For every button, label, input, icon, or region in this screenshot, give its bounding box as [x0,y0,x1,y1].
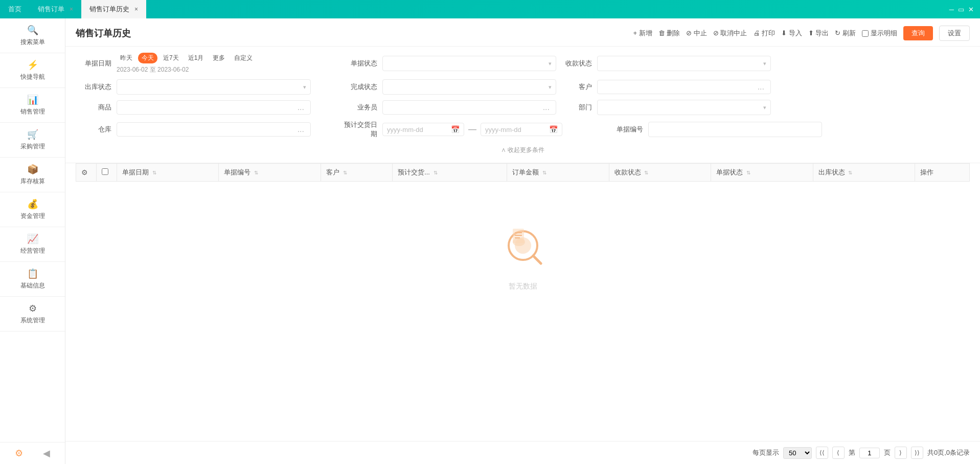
select-all-checkbox[interactable] [102,168,108,175]
th-bill-status-sort[interactable]: ⇅ [746,170,750,175]
page-first-button[interactable]: ⟨⟨ [816,447,828,459]
tab-sales-order[interactable]: 销售订单× [30,0,81,18]
warehouse-dots-button[interactable]: ... [295,125,306,134]
import-button[interactable]: ⬇ 导入 [781,29,802,38]
th-date-sort[interactable]: ⇅ [152,170,156,175]
sidebar-item-search-menu[interactable]: 🔍 搜索菜单 [0,18,65,53]
product-dots-button[interactable]: ... [295,103,306,112]
sidebar-item-finance[interactable]: 💰 资金管理 [0,192,65,227]
refresh-button[interactable]: ↻ 刷新 [835,29,856,38]
empty-state: 暂无数据 [76,182,970,332]
th-action: 操作 [915,164,969,182]
sidebar-item-sales-mgmt[interactable]: 📊 销售管理 [0,88,65,123]
sidebar-item-operation[interactable]: 📈 经营管理 [0,227,65,262]
customer-dots-button[interactable]: ... [756,82,766,92]
table-area: ⚙ 单据日期 ⇅ 单据编号 ⇅ [65,163,980,441]
out-status-select[interactable]: ▾ [117,79,311,95]
sidebar-item-inventory[interactable]: 📦 库存核算 [0,158,65,192]
th-amount[interactable]: 订单金额 ⇅ [507,164,609,182]
restore-button[interactable]: ▭ [958,6,964,13]
tab-close-sales-order-history[interactable]: × [134,6,138,13]
th-amount-sort[interactable]: ⇅ [542,170,546,175]
date-more[interactable]: 更多 [209,53,229,63]
receipt-status-label: 收款状态 [556,59,597,68]
sidebar-label-search-menu: 搜索菜单 [20,38,45,47]
show-detail-checkbox-label[interactable]: 显示明细 [862,29,897,38]
tab-close-sales-order[interactable]: × [70,6,73,13]
receipt-status-dropdown-icon: ▾ [763,60,766,67]
expected-date-from[interactable]: yyyy-mm-dd [387,126,451,134]
filter-cell-complete-status: 完成状态 ▾ [341,79,556,95]
th-settings[interactable]: ⚙ [76,164,97,182]
th-customer[interactable]: 客户 ⇅ [321,164,392,182]
th-receipt-status[interactable]: 收款状态 ⇅ [609,164,711,182]
sidebar-item-quick-nav[interactable]: ⚡ 快捷导航 [0,53,65,88]
sidebar-icon-purchase-mgmt: 🛒 [27,129,38,140]
sidebar-settings-icon[interactable]: ⚙ [15,448,23,459]
settings-button[interactable]: 设置 [939,26,970,41]
filter-cell-receipt-status: 收款状态 ▾ [556,56,771,71]
page-size-select[interactable]: 50 10 20 100 [783,447,812,459]
minimize-button[interactable]: ─ [949,6,954,13]
receipt-status-select[interactable]: ▾ [597,56,771,71]
page-last-button[interactable]: ⟩⟩ [911,447,923,459]
calendar-to-icon[interactable]: 📅 [549,125,558,134]
th-checkbox[interactable] [97,164,117,182]
th-expected-date-sort[interactable]: ⇅ [434,170,438,175]
th-bill-no[interactable]: 单据编号 ⇅ [219,164,321,182]
date-1month[interactable]: 近1月 [185,53,208,63]
calendar-from-icon[interactable]: 📅 [451,125,460,134]
tab-sales-order-history[interactable]: 销售订单历史× [81,0,146,18]
th-bill-no-sort[interactable]: ⇅ [254,170,258,175]
print-button[interactable]: 🖨 打印 [754,29,776,38]
sidebar-icon-quick-nav: ⚡ [27,59,38,71]
sidebar-item-basic-info[interactable]: 📋 基础信息 [0,262,65,297]
tab-home[interactable]: 首页 [0,0,30,18]
sidebar-icon-operation: 📈 [27,233,38,245]
new-button[interactable]: + 新增 [633,29,652,38]
filter-cell-bill-no: 单据编号 [607,122,822,137]
th-date[interactable]: 单据日期 ⇅ [117,164,219,182]
th-expected-date-label: 预计交货... [398,168,430,176]
th-expected-date[interactable]: 预计交货... ⇅ [393,164,507,182]
salesperson-label: 业务员 [341,103,382,112]
sidebar-label-system: 系统管理 [20,316,45,325]
complete-status-select[interactable]: ▾ [382,79,556,95]
date-today[interactable]: 今天 [138,53,157,63]
show-detail-checkbox[interactable] [862,30,869,37]
date-custom[interactable]: 自定义 [231,53,256,63]
th-out-status-sort[interactable]: ⇅ [848,170,852,175]
filter-cell-out-status: 出库状态 ▾ [76,79,341,95]
page-prev-button[interactable]: ⟨ [832,447,845,459]
tab-label-sales-order: 销售订单 [38,5,64,14]
salesperson-dots-button[interactable]: ... [541,103,552,112]
export-button[interactable]: ⬆ 导出 [808,29,829,38]
filter-cell-salesperson: 业务员 ... [341,100,556,115]
cancel-stop-button[interactable]: ⊘ 取消中止 [713,29,747,38]
th-bill-status[interactable]: 单据状态 ⇅ [711,164,813,182]
dept-select[interactable]: ▾ [597,100,771,115]
sidebar-item-system[interactable]: ⚙ 系统管理 [0,297,65,332]
th-customer-sort[interactable]: ⇅ [343,170,347,175]
bill-no-input[interactable] [648,122,822,137]
date-yesterday[interactable]: 昨天 [117,53,136,63]
th-receipt-status-sort[interactable]: ⇅ [644,170,648,175]
dept-label: 部门 [556,103,597,112]
sidebar-collapse-icon[interactable]: ◀ [43,448,50,459]
sidebar-label-basic-info: 基础信息 [20,281,45,290]
collapse-bar[interactable]: ∧ 收起更多条件 [76,144,970,157]
close-window-button[interactable]: ✕ [968,6,974,13]
query-button[interactable]: 查询 [903,26,933,40]
expected-date-to[interactable]: yyyy-mm-dd [485,126,549,134]
pagination-bar: 每页显示 50 10 20 100 ⟨⟨ ⟨ 第 页 ⟩ ⟩⟩ 共0页,0条记录 [65,441,980,464]
th-out-status[interactable]: 出库状态 ⇅ [813,164,915,182]
page-input[interactable] [859,448,880,458]
filter-cell-warehouse: 仓库 ... [76,122,341,137]
stop-button[interactable]: ⊘ 中止 [686,29,707,38]
delete-button[interactable]: 🗑 删除 [658,29,680,38]
sidebar-item-purchase-mgmt[interactable]: 🛒 采购管理 [0,123,65,158]
page-next-button[interactable]: ⟩ [895,447,907,459]
date-7days[interactable]: 近7天 [159,53,183,63]
bill-status-select[interactable]: ▾ [382,56,556,71]
settings-icon[interactable]: ⚙ [81,168,88,176]
